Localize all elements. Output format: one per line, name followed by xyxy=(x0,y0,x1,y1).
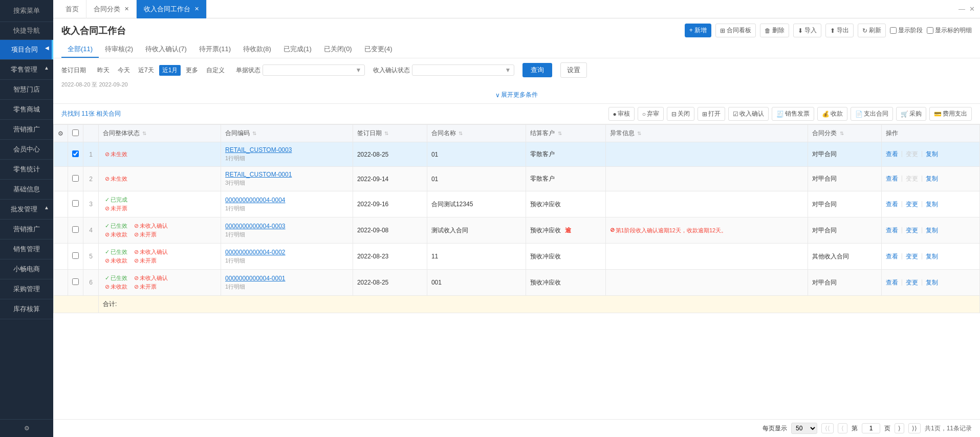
change-button[interactable]: 变更 xyxy=(906,252,918,261)
status-tab-pending-confirm[interactable]: 待收入确认(7) xyxy=(139,41,193,58)
expand-filter-button[interactable]: ∨ 展开更多条件 xyxy=(495,91,538,99)
tab-home[interactable]: 首页 xyxy=(58,0,86,18)
sort-icon[interactable]: ⇅ xyxy=(252,130,256,136)
status-tab-pending-receive[interactable]: 待收款(8) xyxy=(237,41,277,58)
close-window-icon[interactable]: ✕ xyxy=(969,5,975,13)
sidebar-item-retail-mall[interactable]: 零售商城 xyxy=(0,100,53,120)
per-page-select[interactable]: 50 100 200 xyxy=(791,423,817,434)
sidebar-item-marketing[interactable]: 营销推广 xyxy=(0,120,53,140)
output-contract-button[interactable]: 📄 支出合同 xyxy=(851,107,893,121)
review-button[interactable]: ● 审核 xyxy=(608,107,635,121)
copy-button[interactable]: 复制 xyxy=(926,200,938,209)
contract-code-link[interactable]: RETAIL_CUSTOM-0003 xyxy=(225,146,349,154)
income-confirm-button[interactable]: ☑ 收入确认 xyxy=(728,107,769,121)
sort-icon[interactable]: ⇅ xyxy=(142,130,146,136)
sidebar-item-stock-calc[interactable]: 库存核算 xyxy=(0,299,53,319)
view-button[interactable]: 查看 xyxy=(886,150,898,159)
status-tab-changed[interactable]: 已变更(4) xyxy=(358,41,399,58)
sort-icon[interactable]: ⇅ xyxy=(558,130,562,136)
change-button[interactable]: 变更 xyxy=(906,226,918,235)
sidebar-item-retail-stats[interactable]: 零售统计 xyxy=(0,160,53,180)
tab-close-icon[interactable]: ✕ xyxy=(124,6,129,12)
abandon-button[interactable]: ○ 弃审 xyxy=(638,107,664,121)
contract-code-link[interactable]: 0000000000004-0004 xyxy=(225,196,349,204)
copy-button[interactable]: 复制 xyxy=(926,226,938,235)
view-button[interactable]: 查看 xyxy=(886,226,898,235)
row-checkbox[interactable] xyxy=(68,191,83,217)
select-all-checkbox[interactable] xyxy=(72,129,79,136)
purchase-button[interactable]: 🛒 采购 xyxy=(896,107,926,121)
income-confirm-select[interactable]: ▼ xyxy=(412,64,514,76)
sidebar-item-base-info[interactable]: 基础信息 xyxy=(0,180,53,200)
sidebar-item-project-contract[interactable]: 项目合同 ◀ xyxy=(0,40,53,60)
refresh-button[interactable]: ↻ 刷新 xyxy=(858,24,886,37)
contract-code-link[interactable]: 0000000000004-0003 xyxy=(225,223,349,230)
sidebar-item-member-center[interactable]: 会员中心 xyxy=(0,140,53,160)
doc-status-select[interactable]: ▼ xyxy=(263,64,365,76)
sidebar-item-xiaochu[interactable]: 小畅电商 xyxy=(0,259,53,279)
show-detail-checkbox[interactable]: 显示标的明细 xyxy=(927,26,972,35)
change-button[interactable]: 变更 xyxy=(906,174,918,183)
sort-icon[interactable]: ⇅ xyxy=(384,130,388,136)
date-btn-more[interactable]: 更多 xyxy=(183,65,201,76)
prev-page-button[interactable]: ⟨ xyxy=(838,423,847,433)
last-page-button[interactable]: ⟩⟩ xyxy=(908,423,921,433)
next-page-button[interactable]: ⟩ xyxy=(895,423,904,433)
tab-income-workbench[interactable]: 收入合同工作台 ✕ xyxy=(137,0,207,18)
status-tab-closed[interactable]: 已关闭(0) xyxy=(318,41,358,58)
sort-icon[interactable]: ⇅ xyxy=(840,130,844,136)
date-btn-today[interactable]: 今天 xyxy=(115,65,133,76)
contract-code-link[interactable]: 0000000000004-0002 xyxy=(225,249,349,256)
sidebar-quick-nav[interactable]: 快捷导航 xyxy=(0,22,53,40)
copy-button[interactable]: 复制 xyxy=(926,150,938,159)
change-button[interactable]: 变更 xyxy=(906,150,918,159)
sort-icon[interactable]: ⇅ xyxy=(459,130,463,136)
status-tab-completed[interactable]: 已完成(1) xyxy=(277,41,318,58)
export-button[interactable]: ⬆ 导出 xyxy=(825,24,854,37)
page-number-input[interactable] xyxy=(862,423,880,433)
sidebar-search[interactable]: 搜索菜单 xyxy=(0,0,53,22)
query-button[interactable]: 查询 xyxy=(522,63,552,77)
date-btn-last1month[interactable]: 近1月 xyxy=(159,65,181,76)
first-page-button[interactable]: ⟨⟨ xyxy=(821,423,834,433)
contract-code-link[interactable]: RETAIL_CUSTOM-0001 xyxy=(225,171,349,178)
change-button[interactable]: 变更 xyxy=(906,278,918,287)
sidebar-item-wholesale-mgmt[interactable]: 批发管理 ▲ xyxy=(0,200,53,220)
tab-contract-category[interactable]: 合同分类 ✕ xyxy=(86,0,137,18)
open-button[interactable]: ⊞ 打开 xyxy=(698,107,725,121)
date-btn-yesterday[interactable]: 昨天 xyxy=(94,65,113,76)
status-tab-pending-review[interactable]: 待审核(2) xyxy=(99,41,139,58)
row-checkbox[interactable] xyxy=(68,270,83,296)
date-btn-custom[interactable]: 自定义 xyxy=(203,65,228,76)
status-tab-all[interactable]: 全部(11) xyxy=(61,41,99,58)
receive-button[interactable]: 💰 收款 xyxy=(817,107,847,121)
change-button[interactable]: 变更 xyxy=(906,200,918,209)
minimize-icon[interactable]: — xyxy=(959,5,965,13)
status-tab-pending-invoice[interactable]: 待开票(11) xyxy=(193,41,237,58)
sidebar-item-smart-store[interactable]: 智慧门店 xyxy=(0,80,53,100)
copy-button[interactable]: 复制 xyxy=(926,174,938,183)
copy-button[interactable]: 复制 xyxy=(926,278,938,287)
view-button[interactable]: 查看 xyxy=(886,278,898,287)
view-button[interactable]: 查看 xyxy=(886,252,898,261)
col-gear[interactable]: ⚙ xyxy=(54,125,68,142)
row-checkbox[interactable] xyxy=(68,217,83,244)
sidebar-item-marketing2[interactable]: 营销推广 xyxy=(0,220,53,239)
kanban-button[interactable]: ⊞ 合同看板 xyxy=(715,24,756,37)
view-button[interactable]: 查看 xyxy=(886,174,898,183)
contract-code-link[interactable]: 0000000000004-0001 xyxy=(225,275,349,282)
sales-invoice-button[interactable]: 🧾 销售发票 xyxy=(772,107,814,121)
copy-button[interactable]: 复制 xyxy=(926,252,938,261)
delete-button[interactable]: 🗑 删除 xyxy=(760,24,789,37)
row-checkbox[interactable] xyxy=(68,244,83,270)
show-stage-checkbox[interactable]: 显示阶段 xyxy=(890,26,923,35)
view-button[interactable]: 查看 xyxy=(886,200,898,209)
sidebar-settings[interactable]: ⚙ xyxy=(0,419,53,437)
close-contract-button[interactable]: ⊟ 关闭 xyxy=(667,107,694,121)
import-button[interactable]: ⬇ 导入 xyxy=(793,24,821,37)
date-btn-last7[interactable]: 近7天 xyxy=(135,65,157,76)
expense-button[interactable]: 💳 费用支出 xyxy=(929,107,972,121)
sidebar-item-sales-mgmt[interactable]: 销售管理 xyxy=(0,239,53,259)
sort-icon[interactable]: ⇅ xyxy=(637,130,641,136)
setting-button[interactable]: 设置 xyxy=(560,62,587,78)
